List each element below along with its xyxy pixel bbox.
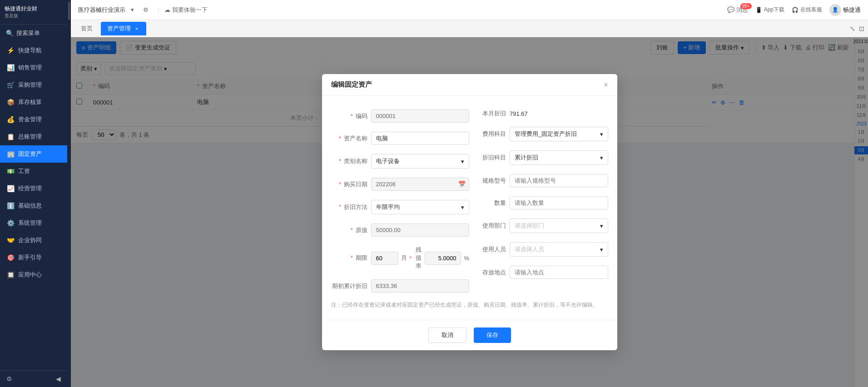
- settings-icon[interactable]: ⚙: [6, 375, 12, 382]
- calendar-icon[interactable]: 📅: [458, 181, 466, 188]
- purchase-date-label: * 购买日期: [331, 180, 367, 189]
- period-input[interactable]: [371, 252, 398, 265]
- sidebar-search[interactable]: 🔍 搜索菜单: [0, 25, 67, 42]
- residual-rate-input[interactable]: [425, 252, 461, 265]
- department-placeholder: 请选择部门: [515, 222, 544, 230]
- user-field: 请选择人员 ▾: [510, 242, 608, 257]
- sidebar-item-guide[interactable]: 🎯 新手引导: [0, 249, 67, 266]
- user-placeholder: 请选择人员: [515, 245, 544, 253]
- period-input-group: 月 * 残值率 %: [371, 246, 470, 270]
- sidebar-item-purchase[interactable]: 🛒 采购管理: [0, 76, 67, 94]
- cancel-button[interactable]: 取消: [428, 327, 466, 343]
- tab-home[interactable]: 首页: [74, 22, 99, 35]
- quantity-field: [510, 196, 608, 209]
- expense-subject-select[interactable]: 管理费用_固定资产折旧 ▾: [510, 127, 608, 141]
- sidebar-item-fixed-assets[interactable]: 🏢 固定资产: [0, 145, 67, 163]
- sidebar-footer: ⚙ ◀: [0, 370, 67, 387]
- spec-label: 规格型号: [470, 177, 506, 185]
- sidebar-item-basic-info[interactable]: ℹ️ 基础信息: [0, 197, 67, 214]
- modal-title: 编辑固定资产: [331, 80, 372, 89]
- restore-icon[interactable]: ⊡: [859, 25, 864, 32]
- sidebar-item-salary[interactable]: 💵 工资: [0, 163, 67, 180]
- save-button[interactable]: 保存: [474, 327, 511, 343]
- location-field: [510, 266, 608, 279]
- sidebar-search-label: 搜索菜单: [16, 29, 40, 37]
- maximize-icon[interactable]: ⤡: [850, 25, 855, 32]
- location-input[interactable]: [510, 266, 608, 279]
- collapse-icon[interactable]: ◀: [56, 375, 61, 382]
- sidebar-item-label: 企业协同: [18, 236, 42, 244]
- tab-home-label: 首页: [81, 25, 93, 33]
- spec-input[interactable]: [510, 174, 608, 187]
- sidebar-item-finance[interactable]: 💰 资金管理: [0, 111, 67, 128]
- period-label: * 期限: [331, 254, 367, 262]
- purchase-icon: 🛒: [6, 81, 15, 89]
- department-row: 使用部门 请选择部门 ▾: [470, 214, 608, 238]
- search-icon: 🔍: [5, 29, 14, 37]
- expense-subject-chevron: ▾: [600, 131, 603, 138]
- tab-close-icon[interactable]: ×: [134, 25, 140, 32]
- modal-close-button[interactable]: ×: [604, 81, 608, 89]
- sidebar-item-app-center[interactable]: 🔲 应用中心: [0, 266, 67, 283]
- dep-method-field: 年限平均 ▾: [371, 200, 470, 214]
- modal-note: 注：已经存在变更记录或者对应固定资产已经生成凭证，原值、购买日期、残值率、累计折…: [331, 297, 608, 311]
- operations-icon: 📈: [6, 184, 15, 193]
- accumulated-dep-label: 期初累计折旧: [331, 282, 367, 290]
- sidebar-item-label: 销售管理: [18, 64, 42, 72]
- dep-method-select[interactable]: 年限平均 ▾: [371, 200, 470, 214]
- sidebar-item-sales[interactable]: 📊 销售管理: [0, 59, 67, 76]
- edit-asset-modal: 编辑固定资产 × * 编码: [322, 74, 617, 350]
- department-chevron: ▾: [600, 223, 603, 229]
- category-label: * 类别名称: [331, 157, 367, 165]
- purchase-date-input[interactable]: [371, 178, 470, 191]
- system-icon: ⚙️: [6, 219, 15, 227]
- feedback-icon: ☁: [164, 6, 170, 13]
- topbar: 医疗器械行业演示 ▾ ⚙ | ☁ 我要体验一下 💬 消息 99+ 📱 App下载: [71, 0, 868, 20]
- sidebar-item-label: 新手引导: [18, 253, 42, 262]
- project-dropdown[interactable]: ▾: [131, 6, 134, 13]
- app-download-button[interactable]: 📱 App下载: [755, 6, 784, 14]
- finance-icon: 💰: [6, 115, 15, 124]
- original-value-input[interactable]: [371, 223, 470, 237]
- online-service-button[interactable]: 🎧 在线客服: [792, 6, 822, 14]
- user-button[interactable]: 👤 畅捷通: [829, 4, 861, 16]
- accumulated-dep-input[interactable]: [371, 279, 470, 293]
- sidebar-scrollbar[interactable]: [67, 0, 71, 387]
- code-field: [371, 109, 470, 123]
- sidebar-item-operations[interactable]: 📈 经营管理: [0, 180, 67, 197]
- department-select[interactable]: 请选择部门 ▾: [510, 218, 608, 233]
- monthly-dep-row: 本月折旧 791.67: [470, 105, 608, 122]
- sidebar-item-inventory[interactable]: 📦 库存核算: [0, 94, 67, 111]
- dep-subject-field: 累计折旧 ▾: [510, 150, 608, 165]
- asset-name-field: [371, 132, 470, 145]
- sidebar-item-system[interactable]: ⚙️ 系统管理: [0, 214, 67, 232]
- category-select[interactable]: 电子设备 ▾: [371, 154, 470, 169]
- modal-left-col: * 编码 *: [331, 105, 470, 297]
- modal-header: 编辑固定资产 ×: [322, 74, 617, 96]
- sidebar-item-ledger[interactable]: 📋 总账管理: [0, 128, 67, 145]
- quantity-input[interactable]: [510, 196, 608, 209]
- sidebar-item-label: 采购管理: [18, 81, 42, 89]
- asset-name-input[interactable]: [371, 132, 470, 145]
- notification-button[interactable]: 💬 消息 99+: [727, 6, 748, 14]
- dep-method-label: * 折旧方法: [331, 203, 367, 211]
- sidebar-item-label: 固定资产: [18, 150, 42, 158]
- settings-button[interactable]: ⚙: [139, 4, 152, 16]
- modal-right-col: 本月折旧 791.67 费用科目: [470, 105, 608, 297]
- dep-subject-select[interactable]: 累计折旧 ▾: [510, 150, 608, 165]
- sidebar-item-label: 应用中心: [18, 271, 42, 279]
- dep-method-chevron: ▾: [461, 204, 464, 211]
- sidebar-nav: 🔍 搜索菜单 ⚡ 快捷导航 📊 销售管理 🛒 采购管理 📦 库存核算 💰: [0, 25, 67, 370]
- asset-name-label: * 资产名称: [331, 134, 367, 143]
- inventory-icon: 📦: [6, 98, 15, 106]
- tab-asset-label: 资产管理: [107, 25, 131, 33]
- online-service-label: 在线客服: [800, 6, 822, 14]
- accumulated-dep-field: [371, 279, 470, 293]
- original-value-row: * 原值: [331, 219, 470, 241]
- feedback-button[interactable]: ☁ 我要体验一下: [164, 6, 208, 14]
- user-select[interactable]: 请选择人员 ▾: [510, 242, 608, 257]
- tab-asset-management[interactable]: 资产管理 ×: [101, 22, 146, 35]
- sidebar-item-quicknav[interactable]: ⚡ 快捷导航: [0, 42, 67, 59]
- code-input[interactable]: [371, 109, 470, 123]
- sidebar-item-collaboration[interactable]: 🤝 企业协同: [0, 232, 67, 249]
